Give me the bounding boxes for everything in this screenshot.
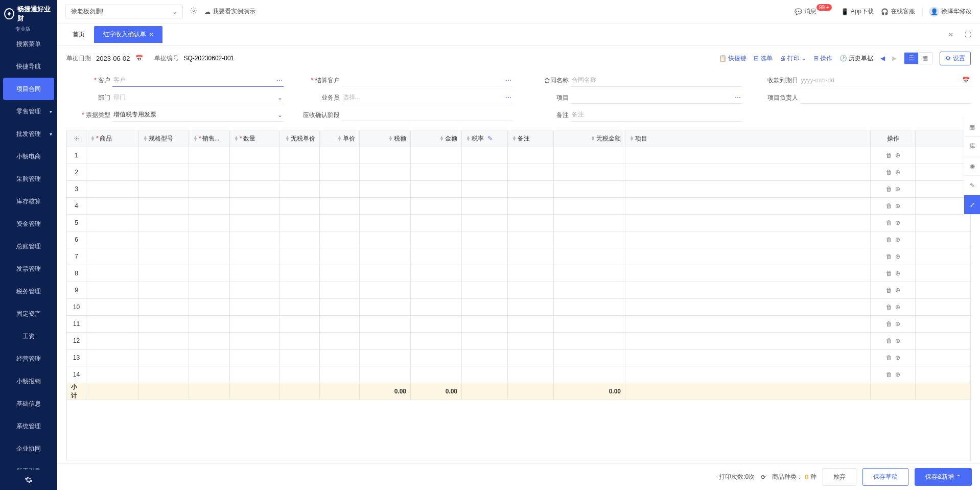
table-row[interactable]: 14 🗑 ⊕	[67, 366, 970, 383]
sidebar-item[interactable]: 企业协同	[0, 437, 57, 460]
table-row[interactable]: 4 🗑 ⊕	[67, 198, 970, 215]
sidebar-item[interactable]: 项目合同	[3, 78, 54, 100]
sidebar-item[interactable]: 小畅电商	[0, 145, 57, 168]
settlement-customer-input[interactable]: ⋯	[342, 74, 513, 86]
more-icon[interactable]: ⋯	[735, 94, 741, 101]
sidebar-item[interactable]: 工资	[0, 325, 57, 347]
delete-row-icon[interactable]: 🗑	[886, 236, 892, 243]
tab-close-icon[interactable]: ✕	[149, 32, 153, 37]
rail-user-icon[interactable]: ◉	[964, 156, 980, 176]
delete-row-icon[interactable]: 🗑	[886, 253, 892, 260]
view-list-icon[interactable]: ☰	[904, 53, 918, 64]
sidebar-item[interactable]: 采购管理	[0, 168, 57, 190]
delete-row-icon[interactable]: 🗑	[886, 320, 892, 328]
sidebar-item[interactable]: 税务管理	[0, 280, 57, 302]
confirm-stage-input[interactable]	[342, 109, 513, 121]
sidebar-item[interactable]: 搜索菜单	[0, 33, 57, 55]
edit-icon[interactable]: ✎	[487, 135, 493, 142]
account-selector[interactable]: 徐老板勿删! ⌄	[65, 5, 183, 18]
table-row[interactable]: 7 🗑 ⊕	[67, 248, 970, 265]
sidebar-item[interactable]: 系统管理	[0, 415, 57, 437]
add-row-icon[interactable]: ⊕	[895, 287, 900, 294]
delete-row-icon[interactable]: 🗑	[886, 202, 892, 209]
add-row-icon[interactable]: ⊕	[895, 304, 900, 311]
add-row-icon[interactable]: ⊕	[895, 202, 900, 209]
sidebar-item[interactable]: 零售管理▾	[0, 100, 57, 123]
invoice-type-select[interactable]: 增值税专用发票 ⌄	[112, 108, 284, 122]
sidebar-item[interactable]: 经营管理	[0, 347, 57, 370]
note-input[interactable]: 备注	[571, 108, 742, 122]
table-row[interactable]: 12 🗑 ⊕	[67, 333, 970, 349]
sidebar-item[interactable]: 总账管理	[0, 235, 57, 258]
gear-column-header[interactable]	[67, 130, 86, 147]
calendar-icon[interactable]: 📅	[962, 77, 970, 84]
sidebar-item[interactable]: 库存核算	[0, 190, 57, 213]
operate-button[interactable]: ⊞操作	[813, 54, 832, 63]
sidebar-item[interactable]: 批发管理▾	[0, 123, 57, 145]
discard-button[interactable]: 放弃	[823, 468, 856, 486]
tab-close-all[interactable]: ✕	[945, 28, 956, 41]
support-link[interactable]: 🎧 在线客服	[881, 7, 915, 16]
messages-link[interactable]: 💬 消息 99 +	[795, 7, 834, 16]
delete-row-icon[interactable]: 🗑	[886, 270, 892, 277]
tab-red-income-confirm[interactable]: 红字收入确认单 ✕	[94, 26, 162, 43]
delete-row-icon[interactable]: 🗑	[886, 304, 892, 311]
add-row-icon[interactable]: ⊕	[895, 337, 900, 344]
doc-date-value[interactable]: 2023-06-02	[96, 55, 130, 62]
refresh-print-icon[interactable]: ⟳	[761, 474, 766, 481]
more-icon[interactable]: ⋯	[505, 94, 511, 101]
history-button[interactable]: 🕑历史单据	[839, 54, 873, 63]
table-row[interactable]: 3 🗑 ⊕	[67, 181, 970, 198]
add-row-icon[interactable]: ⊕	[895, 185, 900, 193]
add-row-icon[interactable]: ⊕	[895, 169, 900, 176]
contract-name-input[interactable]: 合同名称	[571, 74, 742, 87]
table-row[interactable]: 2 🗑 ⊕	[67, 164, 970, 181]
project-manager-input[interactable]	[800, 91, 971, 104]
delete-row-icon[interactable]: 🗑	[886, 287, 892, 294]
add-row-icon[interactable]: ⊕	[895, 219, 900, 226]
department-input[interactable]: 部门 ⌄	[112, 91, 284, 104]
add-row-icon[interactable]: ⊕	[895, 253, 900, 260]
table-row[interactable]: 1 🗑 ⊕	[67, 147, 970, 164]
account-settings-icon[interactable]	[190, 7, 197, 16]
table-row[interactable]: 10 🗑 ⊕	[67, 299, 970, 316]
calendar-icon[interactable]: 📅	[135, 55, 143, 62]
sidebar-item[interactable]: 快捷导航	[0, 55, 57, 78]
rail-storage-icon[interactable]: 库	[964, 137, 980, 156]
select-doc-button[interactable]: ⊟选单	[754, 54, 773, 63]
print-button[interactable]: 🖨打印⌄	[780, 54, 806, 63]
delete-row-icon[interactable]: 🗑	[886, 337, 892, 344]
more-icon[interactable]: ⋯	[505, 77, 511, 84]
sidebar-item[interactable]: 基础信息	[0, 392, 57, 415]
view-card-icon[interactable]: ▦	[918, 53, 932, 64]
salesperson-input[interactable]: 选择... ⋯	[342, 91, 513, 104]
table-row[interactable]: 5 🗑 ⊕	[67, 215, 970, 231]
save-and-new-button[interactable]: 保存&新增 ⌃	[915, 468, 972, 486]
table-row[interactable]: 6 🗑 ⊕	[67, 231, 970, 248]
tab-fullscreen[interactable]: ⛶	[962, 28, 974, 41]
delete-row-icon[interactable]: 🗑	[886, 354, 892, 361]
add-row-icon[interactable]: ⊕	[895, 354, 900, 361]
add-row-icon[interactable]: ⊕	[895, 236, 900, 243]
add-row-icon[interactable]: ⊕	[895, 270, 900, 277]
save-draft-button[interactable]: 保存草稿	[862, 468, 908, 486]
table-row[interactable]: 13 🗑 ⊕	[67, 349, 970, 366]
more-icon[interactable]: ⋯	[276, 77, 283, 84]
next-doc-icon[interactable]: ▶	[892, 55, 897, 62]
sidebar-item[interactable]: 固定资产	[0, 302, 57, 325]
project-input[interactable]: ⋯	[571, 91, 742, 104]
delete-row-icon[interactable]: 🗑	[886, 371, 892, 378]
chevron-down-icon[interactable]: ⌄	[277, 94, 283, 101]
rail-edit-icon[interactable]: ✎	[964, 176, 980, 195]
table-row[interactable]: 9 🗑 ⊕	[67, 282, 970, 299]
app-download-link[interactable]: 📱 App下载	[841, 7, 874, 16]
demo-link[interactable]: ☁ 我要看实例演示	[204, 7, 255, 16]
settings-gear[interactable]	[0, 470, 57, 490]
rail-table-icon[interactable]: ▦	[964, 118, 980, 137]
table-row[interactable]: 11 🗑 ⊕	[67, 316, 970, 333]
add-row-icon[interactable]: ⊕	[895, 152, 900, 159]
sidebar-item[interactable]: 资金管理	[0, 213, 57, 235]
delete-row-icon[interactable]: 🗑	[886, 152, 892, 159]
table-row[interactable]: 8 🗑 ⊕	[67, 265, 970, 282]
sidebar-item[interactable]: 发票管理	[0, 258, 57, 280]
